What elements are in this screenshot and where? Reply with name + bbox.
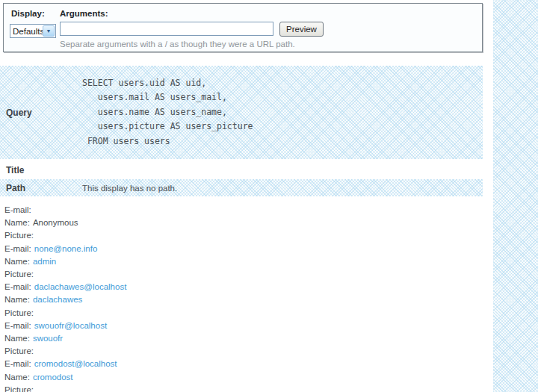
field-line-name: Name:Anonymous (4, 217, 483, 229)
query-sql: SELECT users.uid AS uid, users.mail AS u… (82, 76, 253, 149)
user-email-link[interactable]: swouofr@localhost (34, 321, 107, 330)
display-label: Display: (11, 9, 45, 18)
user-email-link[interactable]: cromodost@localhost (34, 359, 117, 368)
title-label: Title (0, 165, 82, 175)
user-name-link[interactable]: cromodost (33, 373, 73, 382)
query-label: Query (0, 108, 82, 118)
path-value: This display has no path. (82, 184, 177, 193)
results-list: E-mail:Name:AnonymousPicture:E-mail:none… (4, 204, 483, 392)
arguments-column: Arguments: Preview Separate arguments wi… (60, 9, 324, 49)
picture-field-label: Picture: (4, 270, 34, 279)
query-row: Query SELECT users.uid AS uid, users.mai… (0, 66, 483, 159)
name-field-label: Name: (4, 334, 30, 343)
page-background-strip (493, 0, 538, 392)
field-line-picture: Picture: (4, 384, 483, 392)
email-field-label: E-mail: (4, 321, 31, 330)
email-field-label: E-mail: (4, 282, 31, 291)
name-field-label: Name: (4, 373, 30, 382)
email-field-label: E-mail: (4, 359, 31, 368)
user-name-link[interactable]: admin (33, 257, 56, 266)
path-label: Path (0, 183, 82, 193)
field-line-picture: Picture: (4, 268, 483, 281)
arguments-label: Arguments: (60, 9, 324, 18)
preview-button[interactable]: Preview (279, 22, 324, 37)
display-select[interactable]: Defaults ▼ (10, 24, 56, 38)
field-line-email: E-mail:daclachawes@localhost (4, 281, 483, 293)
user-name-text: Anonymous (33, 218, 78, 227)
picture-field-label: Picture: (4, 231, 34, 240)
field-line-name: Name:swouofr (4, 332, 483, 345)
field-line-email: E-mail:swouofr@localhost (4, 320, 483, 332)
name-field-label: Name: (4, 218, 30, 227)
picture-field-label: Picture: (4, 308, 34, 317)
path-row: Path This display has no path. (0, 179, 483, 196)
name-field-label: Name: (4, 295, 30, 304)
display-column: Display: Defaults ▼ (11, 9, 45, 22)
name-field-label: Name: (4, 257, 30, 266)
user-name-link[interactable]: daclachawes (33, 295, 82, 304)
email-field-label: E-mail: (4, 244, 31, 253)
user-email-link[interactable]: daclachawes@localhost (34, 282, 127, 291)
picture-field-label: Picture: (4, 385, 34, 392)
field-line-picture: Picture: (4, 229, 483, 242)
picture-field-label: Picture: (4, 346, 34, 355)
field-line-email: E-mail:none@none.info (4, 243, 483, 255)
user-email-link[interactable]: none@none.info (34, 244, 98, 253)
display-select-value: Defaults (10, 27, 43, 36)
user-name-link[interactable]: swouofr (33, 334, 63, 343)
field-line-email: E-mail: (4, 204, 483, 217)
preview-fieldset: Display: Defaults ▼ Arguments: Preview S… (3, 3, 483, 52)
field-line-name: Name:admin (4, 255, 483, 268)
field-line-name: Name:cromodost (4, 371, 483, 384)
field-line-email: E-mail:cromodost@localhost (4, 358, 483, 370)
arguments-input[interactable] (60, 22, 273, 36)
email-field-label: E-mail: (4, 205, 31, 214)
field-line-name: Name:daclachawes (4, 293, 483, 306)
title-row: Title (0, 161, 483, 179)
field-line-picture: Picture: (4, 307, 483, 320)
chevron-down-icon: ▼ (43, 25, 55, 37)
arguments-hint: Separate arguments with a / as though th… (60, 40, 324, 49)
field-line-picture: Picture: (4, 345, 483, 358)
